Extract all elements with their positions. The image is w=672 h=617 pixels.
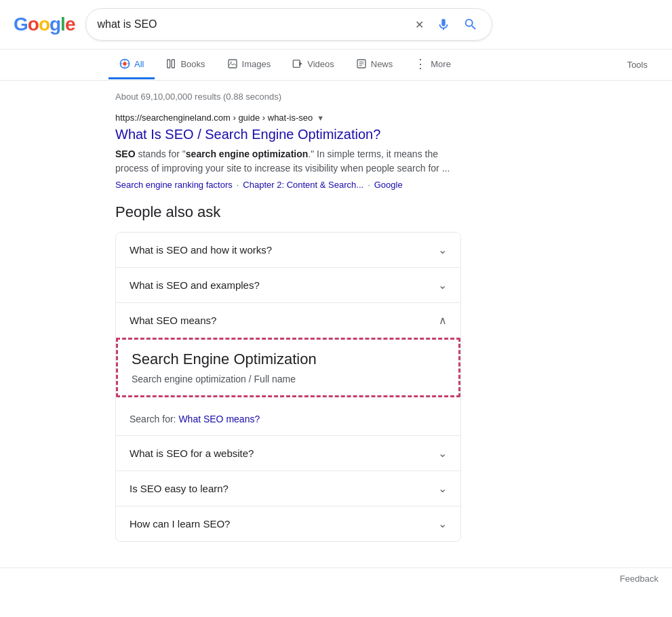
more-dots-icon: ⋮ xyxy=(414,58,427,70)
tab-more[interactable]: ⋮ More xyxy=(403,49,462,80)
paa-item-1: What is SEO and how it works? ⌄ xyxy=(116,233,460,268)
answer-box-wrapper: Answerbox in aPAA ▶ Search Engine Optimi… xyxy=(116,338,460,397)
result-link-2[interactable]: Chapter 2: Content & Search... xyxy=(243,180,363,190)
search-input[interactable]: what is SEO xyxy=(97,18,407,31)
svg-point-1 xyxy=(123,62,126,65)
tab-books[interactable]: Books xyxy=(155,50,216,79)
tab-all[interactable]: All xyxy=(108,50,155,79)
result-title[interactable]: What Is SEO / Search Engine Optimization… xyxy=(115,125,461,143)
paa-items-list: What is SEO and how it works? ⌄ What is … xyxy=(115,232,461,542)
paa-question-1-text: What is SEO and how it works? xyxy=(130,244,272,256)
tools-label: Tools xyxy=(627,60,648,70)
tab-videos[interactable]: Videos xyxy=(281,50,345,79)
paa-item-2: What is SEO and examples? ⌄ xyxy=(116,268,460,303)
all-tab-icon xyxy=(119,58,130,69)
result-url: https://searchengineland.com › guide › w… xyxy=(115,113,461,123)
search-tabs: All Books Images Videos New xyxy=(0,49,672,81)
result-snippet: SEO stands for "search engine optimizati… xyxy=(115,147,461,176)
clear-icon: ✕ xyxy=(415,18,424,31)
news-tab-icon xyxy=(356,58,367,69)
paa-question-5[interactable]: Is SEO easy to learn? ⌄ xyxy=(116,471,460,506)
search-submit-button[interactable] xyxy=(460,14,481,35)
tab-images[interactable]: Images xyxy=(216,50,282,79)
tab-news-label: News xyxy=(371,59,393,69)
chevron-up-icon-3: ∧ xyxy=(439,314,447,327)
paa-question-3-text: What SEO means? xyxy=(130,315,216,326)
search-for-label: Search for: xyxy=(130,414,178,424)
result-link-3[interactable]: Google xyxy=(374,180,403,190)
paa-answer-box: Search Engine Optimization Search engine… xyxy=(116,338,460,397)
header: Google what is SEO ✕ xyxy=(0,0,672,49)
search-icon xyxy=(463,17,478,32)
books-tab-icon xyxy=(165,58,176,69)
paa-question-3[interactable]: What SEO means? ∧ xyxy=(116,303,460,338)
paa-answer-text: Search engine optimization / Full name xyxy=(132,374,445,384)
tab-all-label: All xyxy=(134,59,144,69)
paa-question-6[interactable]: How can I learn SEO? ⌄ xyxy=(116,506,460,541)
tab-news[interactable]: News xyxy=(345,50,404,79)
paa-answer-title: Search Engine Optimization xyxy=(132,351,445,368)
google-logo[interactable]: Google xyxy=(14,14,75,35)
paa-item-3: What SEO means? ∧ Answerbox in aPAA ▶ Se… xyxy=(116,303,460,436)
dropdown-arrow-icon[interactable]: ▼ xyxy=(317,114,324,122)
videos-tab-icon xyxy=(292,58,303,69)
svg-rect-3 xyxy=(172,60,175,68)
tab-images-label: Images xyxy=(242,59,271,69)
search-for-link[interactable]: What SEO means? xyxy=(178,414,260,424)
paa-question-4[interactable]: What is SEO for a website? ⌄ xyxy=(116,436,460,471)
paa-question-5-text: Is SEO easy to learn? xyxy=(130,483,229,494)
paa-question-2[interactable]: What is SEO and examples? ⌄ xyxy=(116,268,460,302)
snippet-bold-seo-full: search engine optimization xyxy=(186,148,308,159)
paa-question-4-text: What is SEO for a website? xyxy=(130,447,254,459)
paa-item-5: Is SEO easy to learn? ⌄ xyxy=(116,471,460,506)
search-result-1: https://searchengineland.com › guide › w… xyxy=(115,113,461,190)
chevron-down-icon-4: ⌄ xyxy=(438,447,447,460)
tab-videos-label: Videos xyxy=(307,59,334,69)
paa-search-for: Search for: What SEO means? xyxy=(116,408,460,435)
chevron-down-icon-1: ⌄ xyxy=(438,243,447,256)
chevron-down-icon-2: ⌄ xyxy=(438,279,447,292)
svg-rect-4 xyxy=(229,60,237,68)
svg-rect-2 xyxy=(167,60,170,68)
paa-question-1[interactable]: What is SEO and how it works? ⌄ xyxy=(116,233,460,267)
result-links: Search engine ranking factors · Chapter … xyxy=(115,180,461,190)
mic-icon xyxy=(436,17,451,32)
chevron-down-icon-5: ⌄ xyxy=(438,482,447,495)
search-icons: ✕ xyxy=(412,14,481,35)
paa-title: People also ask xyxy=(115,203,461,221)
tab-books-label: Books xyxy=(180,59,205,69)
images-tab-icon xyxy=(227,58,238,69)
feedback-bar: Feedback xyxy=(0,568,672,589)
svg-point-5 xyxy=(230,62,231,63)
result-url-text: https://searchengineland.com › guide › w… xyxy=(115,113,313,123)
clear-button[interactable]: ✕ xyxy=(412,16,427,34)
chevron-down-icon-6: ⌄ xyxy=(438,517,447,530)
results-count: About 69,10,00,000 results (0.88 seconds… xyxy=(115,92,461,102)
result-link-1[interactable]: Search engine ranking factors xyxy=(115,180,233,190)
paa-item-6: How can I learn SEO? ⌄ xyxy=(116,506,460,541)
snippet-bold-seo: SEO xyxy=(115,148,136,159)
feedback-label[interactable]: Feedback xyxy=(620,574,658,584)
paa-question-2-text: What is SEO and examples? xyxy=(130,279,260,291)
tools-tab[interactable]: Tools xyxy=(616,52,658,78)
tab-more-label: More xyxy=(431,59,451,69)
svg-marker-7 xyxy=(299,62,302,66)
paa-question-6-text: How can I learn SEO? xyxy=(130,518,230,530)
paa-item-4: What is SEO for a website? ⌄ xyxy=(116,436,460,471)
voice-search-button[interactable] xyxy=(433,14,454,35)
svg-rect-6 xyxy=(294,60,300,68)
search-bar: what is SEO ✕ xyxy=(85,8,492,41)
main-content: About 69,10,00,000 results (0.88 seconds… xyxy=(0,81,475,561)
people-also-ask-section: People also ask What is SEO and how it w… xyxy=(115,203,461,542)
